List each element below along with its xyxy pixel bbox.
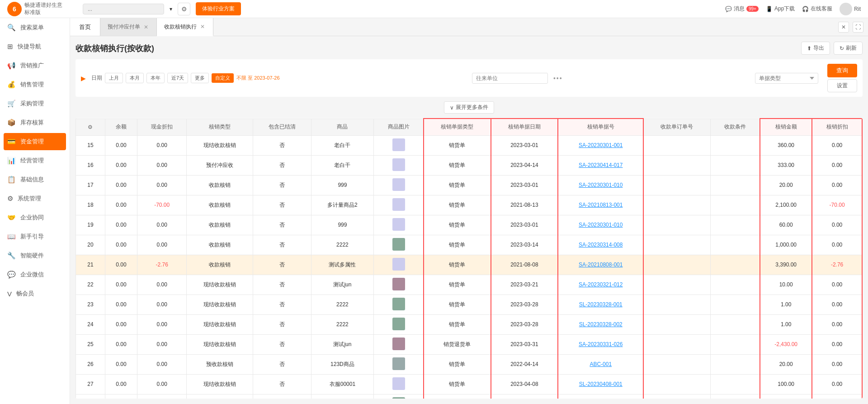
last7-btn[interactable]: 近7天 [167, 73, 188, 83]
sidebar-item-sales[interactable]: 💰 销售管理 [0, 75, 70, 94]
bill-no-link[interactable]: ABC-001 [590, 361, 612, 367]
bill-no-link[interactable]: SA-20230301-001 [579, 142, 623, 148]
row-payment-cond [710, 275, 760, 295]
row-payment-cond [710, 135, 760, 155]
more-btn[interactable]: 更多 [191, 73, 209, 83]
tab-bar-right: ✕ ⛶ [838, 18, 868, 36]
row-amount: 60.00 [760, 215, 812, 235]
tab-collection[interactable]: 收款核销执行 ✕ [157, 18, 213, 36]
sidebar-item-hardware[interactable]: 🔧 智能硬件 [0, 246, 70, 265]
row-amount: 10.00 [760, 275, 812, 295]
sidebar-item-search[interactable]: 🔍 搜索菜单 [0, 18, 70, 37]
settings-icon[interactable]: ⚙ [86, 123, 95, 132]
bill-no-link[interactable]: SA-20210808-001 [579, 261, 623, 268]
export-button[interactable]: ⬆ 导出 [801, 42, 830, 55]
row-type: 现结收款核销 [187, 275, 253, 295]
col-payment-cond: 收款条件 [710, 119, 760, 135]
tab-home[interactable]: 首页 [70, 18, 100, 36]
col-settings[interactable]: ⚙ [76, 119, 105, 135]
row-type: 收款核销 [187, 175, 253, 195]
bill-no-link[interactable]: SA-20230314-008 [579, 242, 623, 248]
bill-no-link[interactable]: SL-20230328-002 [579, 321, 623, 328]
row-bill-date: 2023-03-01 [491, 135, 558, 155]
row-order-no [643, 235, 710, 255]
bill-no-link[interactable]: SA-20230331-026 [579, 341, 623, 347]
row-bill-date: 2022-04-14 [491, 354, 558, 374]
row-img [374, 155, 424, 175]
col-balance: 余额 [105, 119, 137, 135]
row-order-no [643, 314, 710, 334]
maximize-button[interactable]: ⛶ [853, 22, 863, 33]
sidebar-item-purchase[interactable]: 🛒 采购管理 [0, 94, 70, 113]
row-bill-date: 2023-04-08 [491, 374, 558, 394]
bill-no-link[interactable]: SA-20230321-012 [579, 281, 623, 288]
sidebar: 🔍 搜索菜单 ⊞ 快捷导航 📢 营销推广 💰 销售管理 🛒 采购管理 📦 库存核… [0, 18, 70, 404]
page-content: 收款核销执行(按收款) ⬆ 导出 ↻ 刷新 ▶ 日期 上月 [70, 36, 868, 404]
table-row: 25 0.00 0.00 现结收款核销 否 测试jun 销货退货单 2023-0… [76, 334, 863, 354]
hardware-icon: 🔧 [7, 252, 16, 260]
expand-arrow[interactable]: ▶ [81, 75, 86, 82]
row-settled: 否 [253, 334, 311, 354]
this-month-btn[interactable]: 本月 [126, 73, 144, 83]
close-window-button[interactable]: ✕ [838, 22, 849, 33]
sidebar-item-marketing[interactable]: 📢 营销推广 [0, 56, 70, 75]
row-num: 26 [76, 354, 105, 374]
expand-more-btn[interactable]: ∨ 展开更多条件 [444, 101, 494, 114]
row-num: 15 [76, 135, 105, 155]
row-cash-discount: 0.00 [137, 334, 187, 354]
breadcrumb-input[interactable] [83, 4, 164, 14]
row-discount: 0.00 [812, 334, 862, 354]
bill-no-link[interactable]: SA-20230414-017 [579, 162, 623, 168]
row-img [374, 135, 424, 155]
tab-collection-close[interactable]: ✕ [199, 23, 206, 31]
user-area[interactable]: Rit [840, 3, 861, 15]
bill-type-select[interactable]: 单据类型 [755, 73, 818, 84]
bill-no-link[interactable]: SA-20210813-001 [579, 202, 623, 208]
query-button[interactable]: 查询 [827, 64, 857, 77]
bill-no-link[interactable]: SL-20230328-001 [579, 301, 623, 308]
row-num: 16 [76, 155, 105, 175]
solution-button[interactable]: 体验行业方案 [196, 2, 241, 15]
row-payment-cond [710, 334, 760, 354]
top-bar: 6 畅捷通谱好生意 标准版 ▾ ⚙ 体验行业方案 💬 消息 99+ 📱 App下… [0, 0, 868, 18]
sidebar-item-finance[interactable]: 💳 资金管理 [4, 133, 66, 150]
partner-input[interactable] [472, 73, 548, 84]
date-range-text: 不限 至 2023-07-26 [236, 75, 279, 81]
app-download-button[interactable]: 📱 App下载 [766, 5, 795, 13]
sidebar-item-system[interactable]: ⚙ 系统管理 [0, 189, 70, 208]
sidebar-item-inventory[interactable]: 📦 库存核算 [0, 113, 70, 132]
bill-no-link[interactable]: SA-20230301-010 [579, 222, 623, 228]
refresh-button[interactable]: ↻ 刷新 [834, 42, 863, 55]
custom-btn[interactable]: 自定义 [212, 73, 234, 83]
sidebar-item-basic[interactable]: 📋 基础信息 [0, 170, 70, 189]
bill-no-link[interactable]: SA-20230301-010 [579, 182, 623, 188]
online-service-button[interactable]: 🎧 在线客服 [802, 5, 832, 13]
gear-button[interactable]: ⚙ [178, 3, 190, 15]
row-bill-type: 销货单 [424, 155, 491, 175]
this-year-btn[interactable]: 本年 [146, 73, 165, 83]
sidebar-item-operation[interactable]: 📊 经营管理 [0, 151, 70, 170]
sidebar-item-wechat[interactable]: 💬 企业微信 [0, 265, 70, 284]
bill-no-link[interactable]: SL-20230408-001 [579, 381, 623, 387]
row-img [374, 354, 424, 374]
tab-prepay-close[interactable]: ✕ [143, 23, 149, 31]
row-type: 现结收款核销 [187, 334, 253, 354]
row-payment-cond [710, 374, 760, 394]
sidebar-item-quick[interactable]: ⊞ 快捷导航 [0, 37, 70, 56]
row-bill-type: 销货单 [424, 354, 491, 374]
message-button[interactable]: 💬 消息 99+ [725, 5, 759, 13]
date-label: 日期 [91, 74, 102, 82]
sidebar-item-corp[interactable]: 🤝 企业协同 [0, 208, 70, 227]
sidebar-item-member[interactable]: V 畅会员 [0, 284, 70, 303]
settings-button[interactable]: 设置 [827, 79, 857, 92]
row-amount: 1.00 [760, 295, 812, 314]
row-cash-discount: 0.00 [137, 295, 187, 314]
grid-icon: ⊞ [7, 43, 13, 51]
row-num: 22 [76, 275, 105, 295]
col-type: 核销类型 [187, 119, 253, 135]
last-month-btn[interactable]: 上月 [105, 73, 123, 83]
tab-prepay[interactable]: 预付冲应付单 ✕ [100, 18, 157, 36]
row-cash-discount: 0.00 [137, 135, 187, 155]
sidebar-item-guide[interactable]: 📖 新手引导 [0, 227, 70, 246]
row-cash-discount: 0.00 [137, 275, 187, 295]
